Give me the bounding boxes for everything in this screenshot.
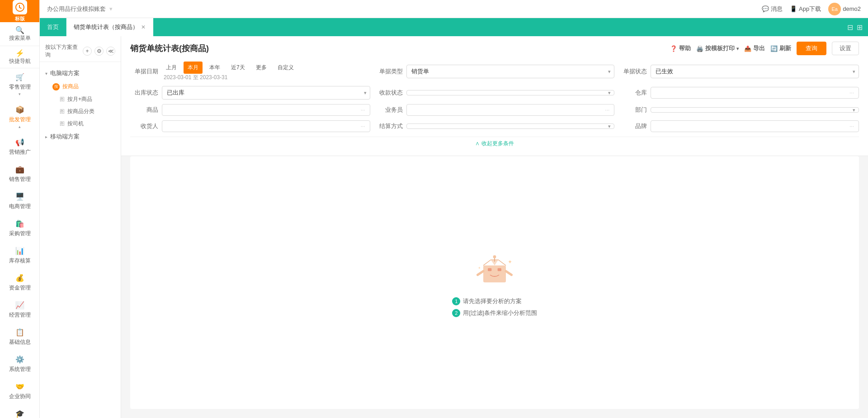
sidebar-item-ecommerce[interactable]: 🖥️ 电商管理 [0, 188, 39, 215]
out-status-select[interactable]: 已出库 [162, 86, 370, 100]
staff-input[interactable]: ··· [406, 104, 615, 116]
refresh-button[interactable]: 🔄 刷新 [770, 44, 791, 52]
date-btn-more[interactable]: 更多 [252, 62, 271, 74]
collapse-button[interactable]: ∧ 收起更多条件 [130, 137, 859, 150]
date-buttons: 上月 本月 本年 近7天 更多 自定义 [162, 62, 370, 74]
tab-minimize-icon[interactable]: ⊟ [847, 23, 853, 32]
content-area: 按以下方案查询 + ⚙ ≪ ▾ 电脑端方案 按 按商品 图 按月+商品 [40, 36, 868, 418]
filter-area: 销货单统计表(按商品) ❓ 帮助 🖨️ 按模板打印 ▾ 📤 [121, 36, 868, 156]
out-status-filter-cell: 出库状态 已出库 [130, 86, 370, 100]
tree-mobile-section[interactable]: ▸ 移动端方案 [40, 130, 121, 143]
help-button[interactable]: ❓ 帮助 [670, 44, 691, 52]
sidebar-item-marketing-label: 营销推广 [9, 148, 31, 156]
app-download-button[interactable]: 📱 App下载 [790, 5, 821, 13]
payment-select[interactable] [406, 124, 615, 129]
avatar: Ea [828, 3, 841, 15]
sidebar-item-finance[interactable]: 💰 资金管理 [0, 269, 39, 296]
date-btn-custom[interactable]: 自定义 [274, 62, 298, 74]
brand-input[interactable]: ··· [651, 120, 859, 132]
tree-sub-month-label: 按月+商品 [67, 95, 92, 103]
sidebar-item-sales-label: 销售管理 [9, 176, 31, 183]
sidebar-item-basic-info[interactable]: 📋 基础信息 [0, 323, 39, 351]
refresh-label: 刷新 [779, 44, 791, 52]
collapse-label: ∧ 收起更多条件 [475, 140, 514, 147]
receipt-status-select[interactable] [406, 90, 615, 95]
message-icon: 💬 [762, 5, 769, 12]
tree-child-goods-label: 按商品 [62, 83, 79, 90]
tree-sub-driver[interactable]: 图 按司机 [40, 118, 121, 130]
panel-add-button[interactable]: + [83, 47, 92, 56]
tree-sub-category-icon: 图 [60, 108, 65, 115]
status-select[interactable]: 已生效 [651, 65, 859, 78]
sidebar-item-system[interactable]: ⚙️ 系统管理 [0, 351, 39, 378]
tree-sub-goods-category[interactable]: 图 按商品分类 [40, 105, 121, 118]
tree-pc-section[interactable]: ▾ 电脑端方案 [40, 66, 121, 80]
sidebar-item-sales[interactable]: 💼 销售管理 [0, 161, 39, 188]
tab-home[interactable]: 首页 [40, 18, 66, 36]
sidebar-item-operations[interactable]: 📈 经营管理 [0, 296, 39, 323]
tab-maximize-icon[interactable]: ⊞ [857, 23, 863, 32]
app-download-label: App下载 [799, 5, 821, 13]
sidebar-item-marketing[interactable]: 📢 营销推广 [0, 133, 39, 161]
sidebar-item-retail-label: 零售管理 [9, 83, 31, 91]
print-button[interactable]: 🖨️ 按模板打印 ▾ [696, 44, 739, 52]
tab-home-label: 首页 [47, 23, 59, 31]
sidebar-item-retail[interactable]: 🛒 零售管理 ▾ [0, 68, 39, 101]
user-profile[interactable]: Ea demo2 [828, 3, 861, 15]
goods-input[interactable]: ··· [162, 104, 370, 116]
filter-row-4: 收货人 ··· 结算方式 [130, 120, 859, 132]
export-icon: 📤 [744, 45, 751, 52]
type-select[interactable]: 销货单 [406, 65, 615, 78]
settings-button[interactable]: 设置 [832, 42, 859, 55]
warehouse-input[interactable]: ··· [651, 87, 859, 99]
sidebar-item-wholesale[interactable]: 📦 批发管理 ▴ [0, 101, 39, 133]
page-actions: ❓ 帮助 🖨️ 按模板打印 ▾ 📤 导出 � [670, 42, 859, 55]
panel-settings-button[interactable]: ⚙ [94, 47, 104, 56]
panel-collapse-button[interactable]: ≪ [106, 47, 115, 56]
status-select-wrap: 已生效 [651, 65, 859, 78]
sidebar-item-inventory[interactable]: 📊 库存核算 [0, 242, 39, 269]
tree-child-by-goods[interactable]: 按 按商品 [40, 80, 121, 93]
tree-mobile-label: 移动端方案 [50, 133, 80, 141]
receiver-input[interactable]: ··· [162, 120, 370, 132]
shortcut-nav[interactable]: ⚡ 快捷导航 [0, 46, 39, 68]
dept-select-wrap [651, 107, 859, 113]
query-button[interactable]: 查询 [797, 42, 826, 55]
export-button[interactable]: 📤 导出 [744, 44, 765, 52]
sidebar-item-enterprise[interactable]: 🤝 企业协同 [0, 378, 39, 405]
refresh-icon: 🔄 [770, 45, 778, 52]
tree-sub-month-goods[interactable]: 图 按月+商品 [40, 93, 121, 105]
help-label: 帮助 [679, 44, 691, 52]
app-subtitle: 标版 [15, 15, 25, 22]
sidebar: 标版 🔍 搜索菜单 ⚡ 快捷导航 🛒 零售管理 ▾ 📦 批发管理 ▴ 📢 营销推… [0, 0, 40, 418]
warehouse-label: 仓库 [619, 89, 651, 97]
payment-label: 结算方式 [375, 122, 406, 130]
tree-sub-month-icon: 图 [60, 96, 65, 103]
svg-rect-1 [488, 268, 491, 271]
svg-rect-2 [498, 268, 501, 271]
sidebar-item-purchase-label: 采购管理 [9, 230, 31, 238]
date-btn-this-month[interactable]: 本月 [184, 62, 203, 74]
tree-pc-arrow-icon: ▾ [45, 71, 47, 76]
sidebar-item-system-label: 系统管理 [9, 366, 31, 373]
shortcut-nav-label: 快捷导航 [0, 57, 39, 65]
app-logo: 标版 [0, 0, 39, 22]
sidebar-item-purchase[interactable]: 🛍️ 采购管理 [0, 215, 39, 242]
brand-label: 品牌 [619, 122, 651, 130]
print-arrow-icon: ▾ [736, 46, 739, 51]
tab-sales-stats[interactable]: 销货单统计表（按商品） ✕ [66, 18, 153, 36]
date-btn-this-year[interactable]: 本年 [205, 62, 224, 74]
dept-select[interactable] [651, 107, 859, 113]
search-menu[interactable]: 🔍 搜索菜单 [0, 22, 39, 46]
message-button[interactable]: 💬 消息 [762, 5, 783, 13]
date-range-display: 2023-03-01 至 2023-03-31 [164, 74, 370, 81]
tip-text-2: 用[过滤]条件来缩小分析范围 [463, 309, 537, 317]
tab-close-icon[interactable]: ✕ [141, 24, 146, 30]
date-btn-last-month[interactable]: 上月 [162, 62, 181, 74]
header-right: 💬 消息 📱 App下载 Ea demo2 [762, 3, 861, 15]
staff-more-icon: ··· [605, 107, 609, 113]
panel-header-label: 按以下方案查询 [45, 43, 80, 59]
type-filter-cell: 单据类型 销货单 [375, 65, 615, 78]
date-btn-7days[interactable]: 近7天 [227, 62, 249, 74]
sidebar-item-guide[interactable]: 🎓 新手引导 [0, 405, 39, 418]
